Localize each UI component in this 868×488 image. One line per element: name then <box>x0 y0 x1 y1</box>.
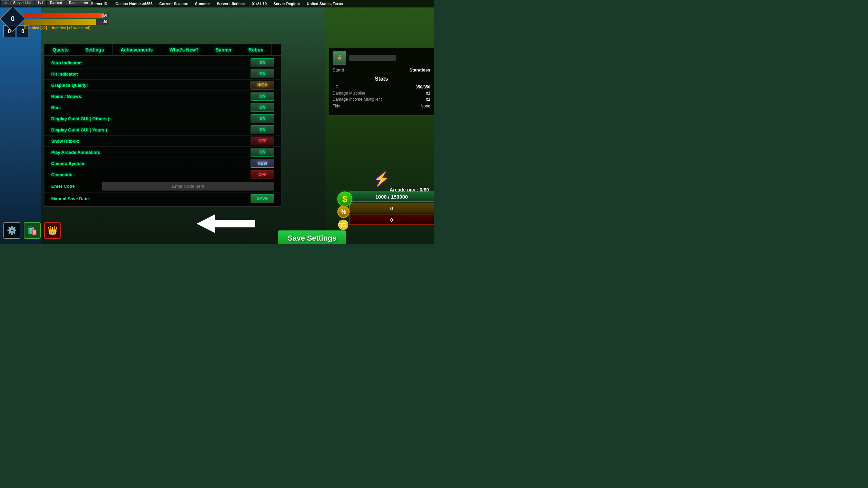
dmg-mult-row: Damage Multiplier : x1 <box>333 91 430 96</box>
stand-value: Standless <box>410 67 430 73</box>
hit-toggle[interactable]: ON <box>251 69 274 78</box>
coins-bar: 1000 / 150000 <box>349 191 434 202</box>
stats-panel: 🧍 Stand : Standless Stats HP : 350/350 D… <box>329 47 434 116</box>
pvp-btn[interactable]: 1v1 <box>35 0 46 5</box>
dollar-icon: $ <box>337 191 352 206</box>
tab-whats-new[interactable]: What's New? <box>161 44 208 55</box>
status-inactive: Inactive [x2 weekend] <box>52 26 90 30</box>
dmg-mult-label: Damage Multiplier : <box>333 91 368 96</box>
arcade-section: ⚡ Arcade pity : 0/60 <box>329 169 434 194</box>
setting-row-stun: Stun Indicator: ON <box>44 57 281 68</box>
lifetime-value: 01:21:10 <box>252 2 267 6</box>
icon-btn[interactable]: ⊞ <box>1 0 9 5</box>
code-row: Enter Code <box>44 180 281 192</box>
guild-yours-toggle[interactable]: ON <box>251 125 274 134</box>
setting-row-guild-yours: Display Guild GUI ( Yours ): ON <box>44 124 281 136</box>
main-score-diamond: 0 <box>0 6 26 32</box>
save-data-btn[interactable]: SAVE <box>251 194 274 203</box>
setting-row-graphics: Graphics Quality: HIGH <box>44 80 281 91</box>
setting-row-hitbox: Show Hitbox: OFF <box>44 136 281 147</box>
hp-stat-row: HP : 350/350 <box>333 85 430 89</box>
sub-bar-label: 30 <box>103 19 107 25</box>
dmg-income-label: Damage Income Multiplier : <box>333 97 382 102</box>
bag-icon-btn[interactable]: 🛍️ <box>24 222 41 239</box>
rain-toggle[interactable]: ON <box>251 92 274 101</box>
arcade-anim-toggle[interactable]: ON <box>251 148 274 157</box>
region-value: United States, Texas <box>307 2 343 6</box>
hp-stat-label: HP : <box>333 85 340 89</box>
arcade-character: ⚡ <box>332 171 431 187</box>
ranked-btn[interactable]: Ranked <box>47 0 65 5</box>
camera-toggle[interactable]: NEW <box>251 159 274 168</box>
cinematic-label: Cinematic: <box>51 172 74 177</box>
manual-save-label: Manual Save Data: <box>51 196 90 201</box>
code-label: Enter Code <box>51 184 99 189</box>
hp-bars: 350 30 Disabled [x2] Inactive [x2 weeken… <box>24 13 108 30</box>
sub-bar-bg: 30 <box>24 19 108 25</box>
setting-row-hit: Hit Indicator: ON <box>44 68 281 80</box>
crown-icon-btn[interactable]: 👑 <box>44 222 61 239</box>
season-value: Summer <box>195 2 210 6</box>
arcade-anim-label: Play Arcade Animation: <box>51 150 100 155</box>
randomizer-btn[interactable]: Randomizer <box>66 0 92 5</box>
hud-topleft: 0 <box>3 9 22 28</box>
currency-section: $ 1000 / 150000 % 0 🪙 0 <box>339 191 434 225</box>
stun-toggle[interactable]: ON <box>251 58 274 67</box>
region-label: Server Region: <box>274 2 300 6</box>
hit-label: Hit Indicator: <box>51 72 78 77</box>
sub-bar-fill <box>24 19 96 25</box>
stun-label: Stun Indicator: <box>51 60 82 65</box>
tab-robux[interactable]: Robux <box>240 44 272 55</box>
stats-title: Stats <box>333 76 430 82</box>
hitbox-toggle[interactable]: OFF <box>251 137 274 145</box>
save-settings-button[interactable]: Save Settings <box>278 230 346 244</box>
guild-yours-label: Display Guild GUI ( Yours ): <box>51 127 108 133</box>
season-label: Current Season: <box>159 2 189 6</box>
save-row: Manual Save Data: SAVE <box>44 192 281 205</box>
blur-label: Blur: <box>51 105 61 110</box>
setting-row-blur: Blur: ON <box>44 102 281 113</box>
stand-row: Stand : Standless <box>333 67 430 73</box>
camera-label: Camera System: <box>51 161 86 166</box>
code-input[interactable] <box>102 182 274 190</box>
sub-bar-container: 30 <box>24 19 108 25</box>
tab-banner[interactable]: Banner <box>207 44 240 55</box>
dmg-income-row: Damage Income Multiplier : x1 <box>333 97 430 102</box>
guild-others-label: Display Guild GUI ( Others ): <box>51 116 111 121</box>
hitbox-label: Show Hitbox: <box>51 139 79 144</box>
lifetime-label: Server Lifetime: <box>217 2 245 6</box>
main-score: 0 <box>11 15 15 23</box>
status-disabled: Disabled [x2] <box>24 26 47 30</box>
server-id-label: Server ID: <box>91 2 108 6</box>
blur-toggle[interactable]: ON <box>251 103 274 112</box>
cinematic-toggle[interactable]: OFF <box>251 170 274 179</box>
tab-achievements[interactable]: Achievements <box>113 44 161 55</box>
arrow-pointer <box>197 214 255 233</box>
title-row: Title : None <box>333 104 430 108</box>
setting-row-camera: Camera System: NEW <box>44 158 281 169</box>
guild-others-toggle[interactable]: ON <box>251 114 274 123</box>
setting-row-guild-others: Display Guild GUI ( Others ): ON <box>44 113 281 124</box>
coins-icon: 🪙 <box>337 219 349 230</box>
red-currency-bar: 0 <box>349 215 434 225</box>
setting-row-rain: Rains / Snows: ON <box>44 91 281 102</box>
hp-bar-fill <box>24 13 104 18</box>
title-value: None <box>420 104 430 108</box>
percent-icon: % <box>337 206 350 218</box>
settings-icon-btn[interactable]: ⚙️ <box>3 222 20 239</box>
username-bar <box>349 55 396 61</box>
hp-bar-label: 350 <box>101 13 107 18</box>
tab-settings[interactable]: Settings <box>77 44 112 55</box>
arrow-body <box>215 220 255 227</box>
server-list-btn[interactable]: Server List <box>10 0 34 5</box>
settings-list: Stun Indicator: ON Hit Indicator: ON Gra… <box>44 56 281 206</box>
status-labels: Disabled [x2] Inactive [x2 weekend] <box>24 26 108 30</box>
tab-quests[interactable]: Quests <box>44 44 77 55</box>
graphics-toggle[interactable]: HIGH <box>251 81 274 89</box>
graphics-label: Graphics Quality: <box>51 83 88 88</box>
server-id: Genius Hunter #6856 <box>115 2 152 6</box>
title-label: Title : <box>333 104 342 108</box>
hp-bar-bg: 350 <box>24 13 108 18</box>
bottom-icons: ⚙️ 🛍️ 👑 <box>3 222 61 239</box>
stand-label: Stand : <box>333 67 347 73</box>
